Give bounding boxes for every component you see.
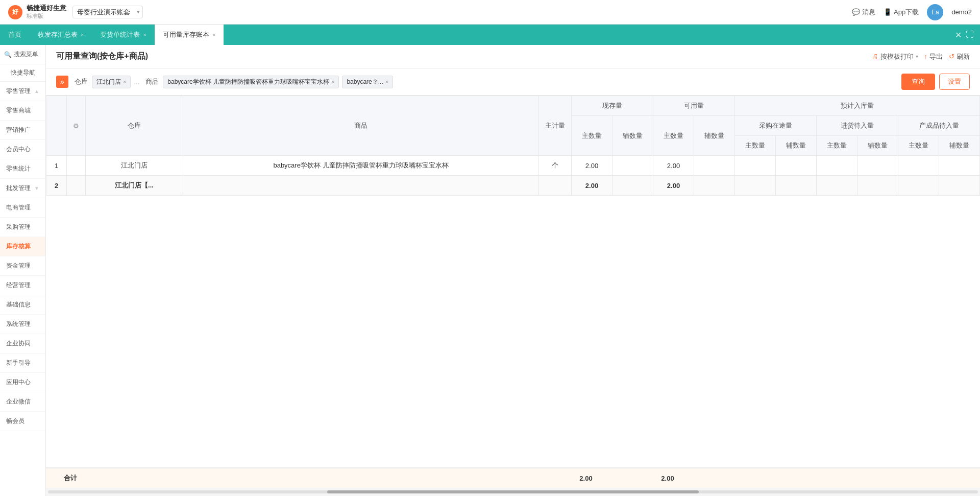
sidebar-item-inventory-check[interactable]: 库存核算 <box>0 237 45 256</box>
warehouse-tag-jiangbei: 江北门店 × <box>92 76 131 88</box>
warehouse-filter-label: 仓库 <box>75 77 88 86</box>
tab-close-all-btn[interactable]: ✕ <box>955 30 962 40</box>
top-bar-right: 💬 消息 📱 App下载 Ea demo2 <box>852 4 972 20</box>
sidebar-item-member[interactable]: 畅会员 <box>0 412 45 431</box>
group-warehouse: 江北门店【... <box>86 176 183 196</box>
tab-inventory[interactable]: 可用量库存账本 × <box>155 25 224 45</box>
sidebar-retail-mall-label: 零售商城 <box>6 106 31 115</box>
goods-tag-babycare2: babycare？... × <box>342 76 393 88</box>
sidebar-retail-stats-label: 零售统计 <box>6 164 31 173</box>
th-inbound-main-qty: 主数量 <box>817 136 857 156</box>
sidebar-item-retail-mgmt[interactable]: 零售管理 ▲ <box>0 82 45 101</box>
expand-icon: » <box>60 78 64 86</box>
goods-tag2-remove[interactable]: × <box>385 79 388 85</box>
th-product-main-qty: 主数量 <box>898 136 939 156</box>
template-print-label: 按模板打印 <box>880 52 914 61</box>
cell-available-aux-qty <box>694 156 735 176</box>
print-dropdown-icon: ▾ <box>916 54 918 59</box>
tab-inventory-close[interactable]: × <box>212 32 215 38</box>
user-avatar[interactable]: Ea <box>927 4 943 20</box>
th-product-aux-qty: 辅数量 <box>939 136 980 156</box>
sidebar-basics-label: 基础信息 <box>6 300 31 309</box>
warehouse-filter-more[interactable]: ... <box>134 78 139 86</box>
footer-available-main-qty: 2.00 <box>647 475 688 482</box>
export-btn[interactable]: ↑ 导出 <box>924 52 943 61</box>
filter-expand-btn[interactable]: » <box>56 76 68 88</box>
main-layout: 🔍 搜索菜单 快捷导航 零售管理 ▲ 零售商城 营销推广 会员中心 零售统计 批… <box>0 45 980 496</box>
tab-receipts[interactable]: 收发存汇总表 × <box>30 25 92 45</box>
th-current-main-qty: 主数量 <box>572 116 612 156</box>
sidebar-item-retail-stats[interactable]: 零售统计 <box>0 159 45 179</box>
cell-product-main-qty <box>898 156 939 176</box>
industry-selector[interactable]: 母婴行业演示账套 <box>72 6 143 18</box>
message-btn[interactable]: 💬 消息 <box>852 8 875 17</box>
sidebar-member-center-label: 会员中心 <box>6 145 31 154</box>
goods-filter-group: 商品 babycare学饮杯 儿童防摔防撞吸管杯重力球吸嘴杯宝宝水杯 × bab… <box>145 76 393 88</box>
th-main-unit: 主计量 <box>539 96 572 156</box>
sidebar-purchase-label: 采购管理 <box>6 223 31 231</box>
th-purchase-transit-group: 采购在途量 <box>735 116 817 136</box>
cell-inbound-main-qty <box>817 156 857 176</box>
app-download-btn[interactable]: 📱 App下载 <box>884 8 919 17</box>
avatar-initial: Ea <box>932 9 939 16</box>
group-current-main-qty: 2.00 <box>572 176 612 196</box>
sidebar-item-marketing[interactable]: 营销推广 <box>0 121 45 140</box>
group-available-aux-qty <box>694 176 735 196</box>
sidebar-item-newbie[interactable]: 新手引导 <box>0 353 45 373</box>
th-settings[interactable]: ⚙ <box>67 96 86 156</box>
setting-button[interactable]: 设置 <box>939 74 970 90</box>
goods-tag-babycare1: babycare学饮杯 儿童防摔防撞吸管杯重力球吸嘴杯宝宝水杯 × <box>163 76 339 88</box>
group-row: 2 江北门店【... 2.00 2.00 <box>46 176 980 196</box>
warehouse-tag-remove[interactable]: × <box>123 79 126 85</box>
top-bar-left: 好 畅捷通好生意 标准版 母婴行业演示账套 <box>8 4 143 20</box>
scroll-thumb[interactable] <box>327 490 699 493</box>
tab-orders-close[interactable]: × <box>143 32 146 38</box>
cell-warehouse: 江北门店 <box>86 156 183 176</box>
th-purchase-main-qty: 主数量 <box>735 136 776 156</box>
content-area: 可用量查询(按仓库+商品) 🖨 按模板打印 ▾ ↑ 导出 ↺ 刷新 <box>46 45 980 496</box>
sidebar-item-finance[interactable]: 资金管理 <box>0 256 45 276</box>
print-icon: 🖨 <box>872 53 878 60</box>
chevron-right-icon: ▼ <box>34 185 39 191</box>
industry-select-input[interactable]: 母婴行业演示账套 <box>72 6 143 18</box>
sidebar-item-member-center[interactable]: 会员中心 <box>0 140 45 159</box>
tab-home[interactable]: 首页 <box>0 25 30 45</box>
sidebar-item-purchase[interactable]: 采购管理 <box>0 218 45 237</box>
sidebar-item-wholesale-mgmt[interactable]: 批发管理 ▼ <box>0 179 45 198</box>
refresh-btn[interactable]: ↺ 刷新 <box>949 52 970 61</box>
logo-text-area: 畅捷通好生意 标准版 <box>27 4 66 20</box>
user-name[interactable]: demo2 <box>951 8 972 16</box>
sidebar-item-ecommerce[interactable]: 电商管理 <box>0 198 45 218</box>
data-table: ⚙ 仓库 商品 主计量 现存量 <box>46 96 980 196</box>
sidebar-nav[interactable]: 快捷导航 <box>0 64 45 82</box>
group-purchase-main-qty <box>735 176 776 196</box>
sidebar-item-retail-mall[interactable]: 零售商城 <box>0 101 45 121</box>
sidebar-search[interactable]: 🔍 搜索菜单 <box>0 45 45 64</box>
th-index <box>46 96 67 156</box>
sidebar-item-app-center[interactable]: 应用中心 <box>0 373 45 392</box>
group-available-main-qty: 2.00 <box>653 176 694 196</box>
template-print-btn[interactable]: 🖨 按模板打印 ▾ <box>872 52 918 61</box>
sidebar-item-operations[interactable]: 经营管理 <box>0 276 45 295</box>
sidebar-nav-label: 快捷导航 <box>11 69 35 76</box>
group-product-aux-qty <box>939 176 980 196</box>
tab-expand-btn[interactable]: ⛶ <box>966 30 974 39</box>
tab-controls: ✕ ⛶ <box>955 30 980 40</box>
cell-settings <box>67 156 86 176</box>
goods-tag1-remove[interactable]: × <box>331 79 334 85</box>
sidebar-item-system[interactable]: 系统管理 <box>0 315 45 334</box>
group-goods <box>183 176 538 196</box>
sidebar-item-basics[interactable]: 基础信息 <box>0 295 45 315</box>
sidebar-item-enterprise-wechat[interactable]: 企业微信 <box>0 392 45 412</box>
tab-receipts-close[interactable]: × <box>81 32 84 38</box>
scroll-track[interactable] <box>48 490 978 493</box>
sidebar-item-enterprise-collab[interactable]: 企业协同 <box>0 334 45 353</box>
logo-icon: 好 <box>8 5 22 19</box>
query-button[interactable]: 查询 <box>901 74 935 90</box>
sidebar-system-label: 系统管理 <box>6 320 31 328</box>
cell-current-main-qty: 2.00 <box>572 156 612 176</box>
export-icon: ↑ <box>924 53 928 60</box>
refresh-label: 刷新 <box>957 52 970 61</box>
tab-orders[interactable]: 要货单统计表 × <box>92 25 154 45</box>
footer-label: 合计 <box>52 474 89 483</box>
